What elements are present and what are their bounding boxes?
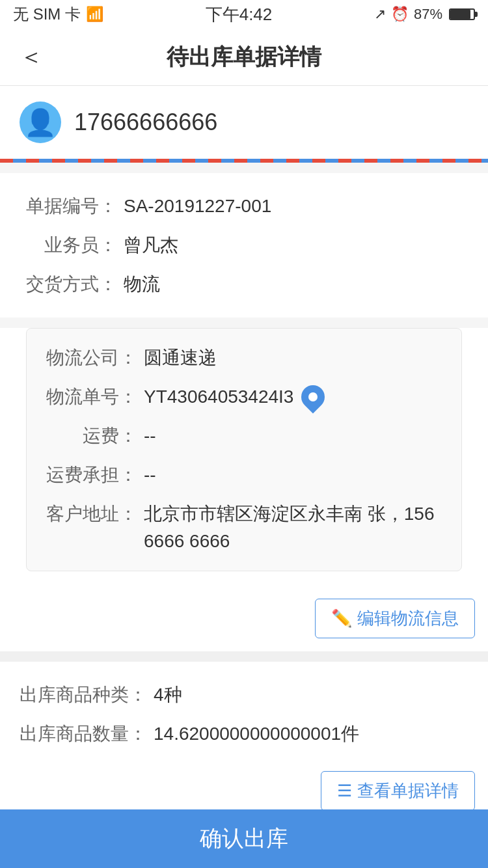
logistics-company-value: 圆通速递 — [144, 344, 448, 372]
address-label: 客户地址： — [40, 500, 144, 528]
tracking-number-row: 物流单号： YT43064053424I3 — [40, 383, 448, 411]
customer-header: 👤 17666666666 — [0, 86, 488, 159]
goods-quantity-row: 出库商品数量： 14.6200000000000001件 — [20, 720, 468, 748]
salesman-row: 业务员： 曾凡杰 — [20, 232, 468, 259]
battery-indicator — [449, 8, 475, 20]
nav-bar: ＜ 待出库单据详情 — [0, 29, 488, 86]
freight-value: -- — [144, 422, 448, 450]
logistics-card: 物流公司： 圆通速递 物流单号： YT43064053424I3 运费： -- … — [26, 328, 462, 571]
confirm-outbound-button[interactable]: 确认出库 — [0, 809, 488, 868]
alarm-icon: ⏰ — [391, 6, 409, 23]
order-number-value: SA-20191227-001 — [124, 193, 468, 220]
goods-types-row: 出库商品种类： 4种 — [20, 681, 468, 709]
status-time: 下午4:42 — [206, 3, 273, 26]
goods-section: 出库商品种类： 4种 出库商品数量： 14.6200000000000001件 — [0, 662, 488, 761]
delivery-value: 物流 — [124, 271, 468, 298]
location-status-icon: ↗ — [374, 6, 386, 23]
detail-btn-label: 查看单据详情 — [357, 780, 459, 802]
address-value: 北京市市辖区海淀区永丰南 张，156 6666 6666 — [144, 500, 448, 555]
freight-row: 运费： -- — [40, 422, 448, 450]
freight-bearer-row: 运费承担： -- — [40, 461, 448, 489]
delivery-label: 交货方式： — [20, 271, 124, 298]
delivery-row: 交货方式： 物流 — [20, 271, 468, 298]
tracking-location-icon[interactable] — [297, 381, 330, 414]
confirm-btn-label: 确认出库 — [200, 824, 288, 854]
status-right: ↗ ⏰ 87% — [374, 6, 475, 23]
salesman-label: 业务员： — [20, 232, 124, 259]
carrier-label: 无 SIM 卡 — [13, 4, 81, 25]
wifi-icon: 📶 — [86, 6, 103, 23]
salesman-value: 曾凡杰 — [124, 232, 468, 259]
avatar: 👤 — [20, 102, 61, 143]
freight-label: 运费： — [40, 422, 144, 450]
detail-icon: ☰ — [337, 781, 352, 801]
order-info-section: 单据编号： SA-20191227-001 业务员： 曾凡杰 交货方式： 物流 — [0, 173, 488, 318]
view-detail-button[interactable]: ☰ 查看单据详情 — [321, 771, 475, 811]
freight-bearer-value: -- — [144, 461, 448, 489]
confirm-btn-wrapper: 确认出库 — [0, 809, 488, 868]
goods-quantity-value: 14.6200000000000001件 — [154, 720, 468, 748]
logistics-company-row: 物流公司： 圆通速递 — [40, 344, 448, 372]
edit-btn-row: ✏️ 编辑物流信息 — [0, 588, 488, 651]
address-row: 客户地址： 北京市市辖区海淀区永丰南 张，156 6666 6666 — [40, 500, 448, 555]
back-button[interactable]: ＜ — [13, 34, 49, 79]
edit-btn-label: 编辑物流信息 — [357, 607, 459, 630]
logistics-company-label: 物流公司： — [40, 344, 144, 372]
edit-logistics-button[interactable]: ✏️ 编辑物流信息 — [315, 599, 475, 638]
dashed-divider — [0, 159, 488, 163]
goods-types-label: 出库商品种类： — [20, 681, 154, 709]
order-number-label: 单据编号： — [20, 193, 124, 220]
goods-types-value: 4种 — [154, 681, 468, 709]
goods-quantity-label: 出库商品数量： — [20, 720, 154, 748]
order-number-row: 单据编号： SA-20191227-001 — [20, 193, 468, 220]
customer-phone: 17666666666 — [74, 109, 217, 136]
tracking-label: 物流单号： — [40, 383, 144, 411]
page-title: 待出库单据详情 — [167, 42, 321, 72]
freight-bearer-label: 运费承担： — [40, 461, 144, 489]
battery-fill — [450, 10, 470, 19]
gray-separator — [0, 651, 488, 662]
status-bar: 无 SIM 卡 📶 下午4:42 ↗ ⏰ 87% — [0, 0, 488, 29]
tracking-value: YT43064053424I3 — [144, 383, 448, 411]
edit-icon: ✏️ — [331, 608, 352, 629]
status-left: 无 SIM 卡 📶 — [13, 4, 103, 25]
user-icon: 👤 — [24, 107, 57, 138]
battery-label: 87% — [414, 6, 442, 23]
